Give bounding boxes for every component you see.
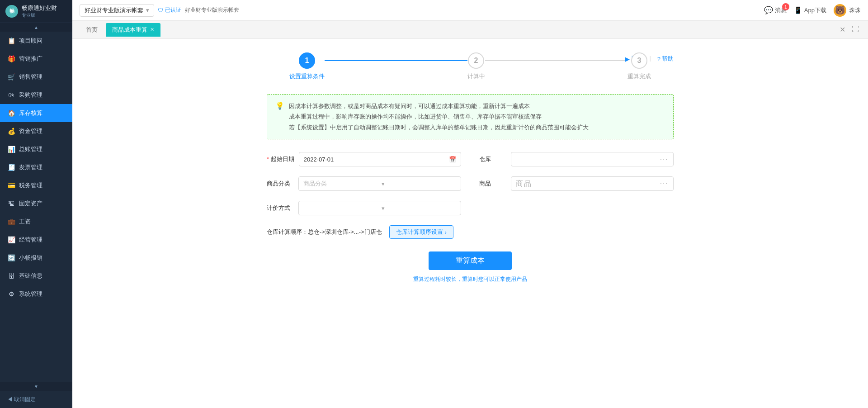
close-window-icon[interactable]: ✕ <box>838 24 847 35</box>
recalc-button[interactable]: 重算成本 <box>429 251 512 270</box>
step-connector-2 <box>485 60 628 61</box>
tax-icon: 💳 <box>7 181 15 190</box>
pricing-field: 计价方式 ▾ <box>267 201 461 215</box>
pricing-label: 计价方式 <box>267 204 294 212</box>
sidebar-item-finance[interactable]: 💰 资金管理 <box>0 122 72 140</box>
sidebar-item-assets[interactable]: 🏗 固定资产 <box>0 195 72 213</box>
info-box: 💡 因成本计算参数调整，或是对商品成本有疑问时，可以通过成本重算功能，重新计算一… <box>267 94 674 139</box>
sidebar-item-accounting[interactable]: 📊 总账管理 <box>0 140 72 158</box>
action-area: 重算成本 重算过程耗时较长，重算时您可以正常使用产品 <box>267 251 674 283</box>
sidebar-item-invoice[interactable]: 🧾 发票管理 <box>0 158 72 176</box>
verified-badge: 🛡 已认证 <box>158 6 181 14</box>
step-1: 1 设置重算条件 <box>289 52 325 81</box>
step-connector-1 <box>325 60 467 61</box>
topbar-left: 好业财专业版演示帐套 ▾ 🛡 已认证 好业财专业版演示帐套 <box>80 4 759 17</box>
goods-input[interactable]: 商品 ··· <box>511 176 674 191</box>
finance-icon: 💰 <box>7 127 15 135</box>
sidebar-item-label: 系统管理 <box>19 290 42 298</box>
sidebar-item-basic[interactable]: 🗄 基础信息 <box>0 267 72 285</box>
sidebar-item-purchase[interactable]: 🛍 采购管理 <box>0 86 72 104</box>
sales-icon: 🛒 <box>7 73 15 81</box>
main-area: 好业财专业版演示帐套 ▾ 🛡 已认证 好业财专业版演示帐套 💬 消息 1 📱 A… <box>72 0 868 408</box>
sidebar-item-label: 工资 <box>19 218 31 226</box>
tab-actions: ✕ ⛶ <box>838 24 861 35</box>
help-icon: ? <box>657 56 660 62</box>
goods-label: 商品 <box>479 180 506 188</box>
form-row-2: 商品分类 商品分类 ▾ 商品 商品 ··· <box>267 176 674 191</box>
warehouse-field: 仓库 ··· <box>479 152 674 166</box>
chevron-right-icon: › <box>445 229 447 236</box>
sidebar-item-label: 总账管理 <box>19 145 42 153</box>
marketing-icon: 🎁 <box>7 55 15 63</box>
category-label: 商品分类 <box>267 180 294 188</box>
category-select[interactable]: 商品分类 ▾ <box>298 176 461 191</box>
step-3-circle: 3 <box>631 52 647 69</box>
help-link[interactable]: ? 帮助 <box>657 55 674 63</box>
sidebar-item-label: 基础信息 <box>19 272 42 280</box>
calendar-icon[interactable]: 📅 <box>449 156 456 163</box>
category-placeholder: 商品分类 <box>303 180 378 188</box>
start-date-label: * 起始日期 <box>267 155 294 163</box>
warehouse-input[interactable]: ··· <box>511 152 674 166</box>
sidebar-header: 畅 畅康通好业财 专业版 <box>0 0 72 23</box>
sidebar-item-operation[interactable]: 📈 经营管理 <box>0 231 72 249</box>
sidebar-item-label: 经营管理 <box>19 236 42 244</box>
tab-close-icon[interactable]: ✕ <box>150 27 154 33</box>
recalc-hint: 重算过程耗时较长，重算时您可以正常使用产品 <box>413 275 527 283</box>
warehouse-order-row: 仓库计算顺序：总仓->深圳仓库->...->门店仓 仓库计算顺序设置 › <box>267 225 674 239</box>
user-name: 珠珠 <box>849 6 861 14</box>
operation-icon: 📈 <box>7 236 15 244</box>
sidebar-item-salary[interactable]: 💼 工资 <box>0 213 72 231</box>
scroll-down-indicator: ▼ <box>0 382 72 391</box>
warehouse-label: 仓库 <box>479 155 506 163</box>
start-date-input[interactable]: 📅 <box>299 152 461 166</box>
sidebar-item-inventory[interactable]: 🏠 库存核算 <box>0 104 72 122</box>
sidebar-item-system[interactable]: ⚙ 系统管理 <box>0 285 72 303</box>
step-1-circle: 1 <box>299 52 315 69</box>
app-download-button[interactable]: 📱 App下载 <box>794 6 826 14</box>
content-area: 1 设置重算条件 2 计算中 3 重算完成 <box>72 39 868 408</box>
sidebar-item-label: 税务管理 <box>19 181 42 190</box>
sidebar-item-marketing[interactable]: 🎁 营销推广 <box>0 50 72 68</box>
scroll-up-indicator: ▲ <box>0 23 72 32</box>
app-download-label: App下载 <box>804 6 826 14</box>
step-1-label: 设置重算条件 <box>289 72 325 81</box>
tab-home[interactable]: 首页 <box>80 23 104 37</box>
unpin-button[interactable]: ◀ 取消固定 <box>0 391 72 408</box>
maximize-icon[interactable]: ⛶ <box>850 24 861 35</box>
start-date-value[interactable] <box>304 156 445 163</box>
sidebar-item-tax[interactable]: 💳 税务管理 <box>0 176 72 195</box>
sidebar-item-sales[interactable]: 🛒 销售管理 <box>0 68 72 86</box>
messages-button[interactable]: 💬 消息 1 <box>764 6 787 14</box>
topbar-right: 💬 消息 1 📱 App下载 🐻 珠珠 <box>764 4 861 17</box>
message-icon: 💬 <box>764 6 773 14</box>
tab-recalc-label: 商品成本重算 <box>112 26 147 34</box>
tabbar: 首页 商品成本重算 ✕ ✕ ⛶ <box>72 21 868 39</box>
start-date-field: * 起始日期 📅 <box>267 152 461 166</box>
form-row-1: * 起始日期 📅 仓库 ··· <box>267 152 674 166</box>
salary-icon: 💼 <box>7 218 15 226</box>
sidebar-item-expense[interactable]: 🔄 小畅报销 <box>0 249 72 267</box>
step-2-circle: 2 <box>468 52 484 69</box>
accounting-icon: 📊 <box>7 145 15 153</box>
steps-wrapper: 1 设置重算条件 2 计算中 3 重算完成 <box>289 52 651 81</box>
sidebar-item-label: 固定资产 <box>19 199 42 208</box>
phone-icon: 📱 <box>794 6 802 14</box>
pricing-select[interactable]: ▾ <box>298 201 461 215</box>
project-icon: 📋 <box>7 37 15 45</box>
warehouse-order-btn[interactable]: 仓库计算顺序设置 › <box>389 225 453 239</box>
tab-recalc[interactable]: 商品成本重算 ✕ <box>106 23 160 37</box>
account-selector[interactable]: 好业财专业版演示帐套 ▾ <box>80 4 154 17</box>
app-title: 畅康通好业财 专业版 <box>22 5 57 18</box>
system-icon: ⚙ <box>7 290 15 298</box>
sidebar: 畅 畅康通好业财 专业版 ▲ 📋 项目顾问 🎁 营销推广 🛒 销售管理 🛍 采购… <box>0 0 72 408</box>
user-menu[interactable]: 🐻 珠珠 <box>834 4 861 17</box>
sidebar-item-label: 库存核算 <box>19 109 42 117</box>
chevron-down-icon: ▾ <box>382 180 456 187</box>
goods-field: 商品 商品 ··· <box>479 176 674 191</box>
sidebar-item-label: 发票管理 <box>19 163 42 171</box>
sidebar-item-label: 项目顾问 <box>19 37 42 45</box>
purchase-icon: 🛍 <box>7 91 15 99</box>
sidebar-item-label: 资金管理 <box>19 127 42 135</box>
sidebar-item-project[interactable]: 📋 项目顾问 <box>0 32 72 50</box>
